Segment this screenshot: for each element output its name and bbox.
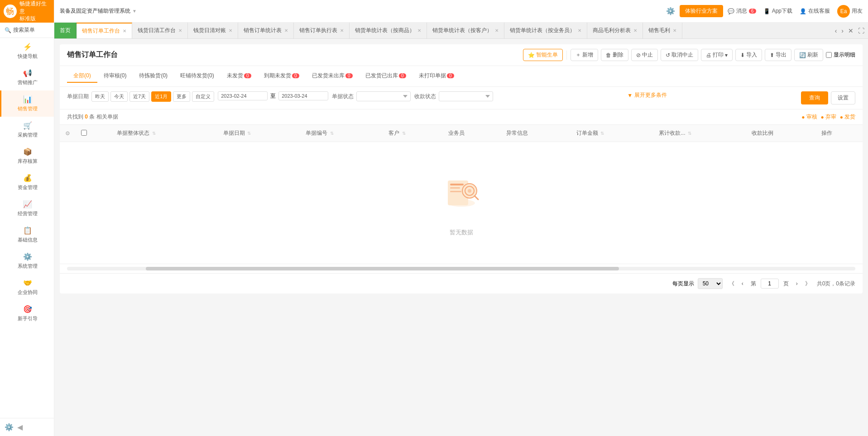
tab-cash-daily[interactable]: 钱货日清工作台 ✕ <box>132 23 188 39</box>
filter-tab-pending-review[interactable]: 待审核(0) <box>97 70 133 83</box>
th-amount[interactable]: 订单金额 ⇅ <box>571 125 654 142</box>
tab-sales-summary-product-close[interactable]: ✕ <box>417 28 421 33</box>
query-button[interactable]: 查询 <box>801 91 828 104</box>
date-today[interactable]: 今天 <box>110 91 128 102</box>
status-select[interactable] <box>356 91 411 101</box>
th-number[interactable]: 单据编号 ⇅ <box>300 125 383 142</box>
tab-sales-workbench-close[interactable]: ✕ <box>123 28 126 33</box>
detail-checkbox[interactable] <box>826 52 832 58</box>
sidebar-item-marketing[interactable]: 📢 营销推广 <box>0 64 54 90</box>
tab-sales-stats[interactable]: 销售订单统计表 ✕ <box>238 23 294 39</box>
system-selector[interactable]: 装备及固定资产辅助管理系统 ▼ <box>60 7 137 15</box>
sort-customer-icon[interactable]: ⇅ <box>402 131 406 136</box>
page-last[interactable]: 》 <box>802 279 813 289</box>
tab-scroll-left[interactable]: ‹ <box>833 26 839 35</box>
tab-home[interactable]: 首页 <box>54 23 77 39</box>
import-button[interactable]: ⬇ 导入 <box>735 49 762 61</box>
set-button[interactable]: 设置 <box>831 91 855 104</box>
filter-tab-overdue[interactable]: 到期未发货0 <box>258 70 306 83</box>
sidebar-item-quick-nav[interactable]: ⚡ 快捷导航 <box>0 38 54 64</box>
tab-sales-profit[interactable]: 销售毛利 ✕ <box>643 23 682 39</box>
industry-solution-button[interactable]: 体验行业方案 <box>680 5 723 17</box>
delete-button[interactable]: 🗑 删除 <box>601 49 628 61</box>
tab-gross-margin[interactable]: 商品毛利分析表 ✕ <box>587 23 643 39</box>
th-collected[interactable]: 累计收款... ⇅ <box>653 125 746 142</box>
tab-cash-reconcile[interactable]: 钱货日清对账 ✕ <box>188 23 238 39</box>
refresh-button[interactable]: 🔄 刷新 <box>794 49 823 61</box>
select-all-checkbox[interactable] <box>81 130 87 136</box>
sort-date-icon[interactable]: ⇅ <box>247 131 251 136</box>
th-settings[interactable]: ⚙ <box>60 125 76 142</box>
sidebar-item-purchase[interactable]: 🛒 采购管理 <box>0 117 54 143</box>
collapse-icon[interactable]: ◀ <box>17 423 23 431</box>
filter-tab-shipped-not-out[interactable]: 已发货未出库0 <box>306 70 359 83</box>
th-checkbox[interactable] <box>76 125 111 142</box>
cancel-stop-button[interactable]: ↺ 取消中止 <box>661 49 698 61</box>
sort-collected-icon[interactable]: ⇅ <box>688 131 691 136</box>
sidebar-item-basic[interactable]: 📋 基础信息 <box>0 222 54 248</box>
tab-sales-profit-close[interactable]: ✕ <box>673 28 676 33</box>
tab-sales-exec[interactable]: 销售订单执行表 ✕ <box>294 23 350 39</box>
date-yesterday[interactable]: 昨天 <box>91 91 109 102</box>
filter-tab-shipped-out[interactable]: 已发货已出库0 <box>359 70 412 83</box>
topbar-settings-icon[interactable]: ⚙️ <box>666 7 675 15</box>
tab-sales-summary-staff-close[interactable]: ✕ <box>578 28 581 33</box>
tab-sales-exec-close[interactable]: ✕ <box>340 28 344 33</box>
add-button[interactable]: ＋ 新增 <box>571 49 598 61</box>
filter-tab-wangpu[interactable]: 旺铺待发货(0) <box>174 70 221 83</box>
tab-fullscreen[interactable]: ⛶ <box>856 26 866 35</box>
export-button[interactable]: ⬆ 导出 <box>765 49 791 61</box>
tab-cash-daily-close[interactable]: ✕ <box>178 28 182 33</box>
smart-order-button[interactable]: ⭐ 智能生单 <box>523 49 563 61</box>
expand-conditions-button[interactable]: ▼ 展开更多条件 <box>627 91 667 99</box>
sidebar-item-sales[interactable]: 📊 销售管理 <box>0 90 54 117</box>
tab-sales-workbench[interactable]: 销售订单工作台 ✕ <box>77 23 132 39</box>
date-custom[interactable]: 自定义 <box>192 91 214 102</box>
sort-number-icon[interactable]: ⇅ <box>330 131 334 136</box>
date-from-input[interactable] <box>218 91 268 100</box>
sidebar-item-finance[interactable]: 💰 资金管理 <box>0 169 54 195</box>
filter-tab-pending-inspect[interactable]: 待拣验货(0) <box>133 70 174 83</box>
filter-tab-not-shipped[interactable]: 未发货0 <box>221 70 258 83</box>
sidebar-item-operations[interactable]: 📈 经营管理 <box>0 195 54 222</box>
date-to-input[interactable] <box>278 91 328 100</box>
review-action[interactable]: ● 审核 <box>801 113 817 121</box>
sidebar-item-system[interactable]: ⚙️ 系统管理 <box>0 248 54 274</box>
tab-sales-summary-product[interactable]: 销货单统计表（按商品） ✕ <box>350 23 427 39</box>
sidebar-item-inventory[interactable]: 📦 库存核算 <box>0 143 54 169</box>
user-menu[interactable]: Ea 用友 <box>837 5 863 18</box>
tab-scroll-right[interactable]: › <box>839 26 845 35</box>
void-action[interactable]: ● 弃审 <box>821 113 836 121</box>
message-button[interactable]: 💬 消息 6 <box>728 7 756 15</box>
tab-sales-summary-customer-close[interactable]: ✕ <box>495 28 499 33</box>
th-date[interactable]: 单据日期 ⇅ <box>218 125 301 142</box>
online-service-button[interactable]: 👤 在线客服 <box>800 7 830 15</box>
app-download-button[interactable]: 📱 App下载 <box>763 7 792 15</box>
sort-status-icon[interactable]: ⇅ <box>152 131 156 136</box>
table-settings-icon[interactable]: ⚙ <box>65 130 70 137</box>
stop-button[interactable]: ⊘ 中止 <box>631 49 658 61</box>
filter-tab-all[interactable]: 全部(0) <box>67 70 97 83</box>
sidebar-search-menu[interactable]: 🔍 搜索菜单 <box>0 23 54 38</box>
payment-select[interactable] <box>439 91 493 101</box>
print-button[interactable]: 🖨 打印 ▾ <box>701 49 733 61</box>
th-status[interactable]: 单据整体状态 ⇅ <box>111 125 217 142</box>
sort-amount-icon[interactable]: ⇅ <box>600 131 604 136</box>
sidebar-item-guide[interactable]: 🎯 新手引导 <box>0 300 54 327</box>
ship-action[interactable]: ● 发货 <box>840 113 855 121</box>
tab-close-all[interactable]: ✕ <box>846 26 855 35</box>
tab-sales-summary-customer[interactable]: 销货单统计表（按客户） ✕ <box>427 23 504 39</box>
page-prev[interactable]: ‹ <box>739 280 746 288</box>
th-customer[interactable]: 客户 ⇅ <box>383 125 442 142</box>
page-next[interactable]: › <box>793 280 801 288</box>
page-first[interactable]: 《 <box>726 279 737 289</box>
tab-sales-stats-close[interactable]: ✕ <box>284 28 288 33</box>
page-number-input[interactable] <box>761 279 779 289</box>
tab-sales-summary-staff[interactable]: 销货单统计表（按业务员） ✕ <box>504 23 587 39</box>
filter-tab-not-printed[interactable]: 未打印单据0 <box>412 70 460 83</box>
detail-checkbox-label[interactable]: 显示明细 <box>826 51 855 59</box>
date-more[interactable]: 更多 <box>173 91 190 102</box>
sidebar-item-enterprise[interactable]: 🤝 企业协同 <box>0 274 54 300</box>
horizontal-scroll-bar[interactable] <box>60 264 863 273</box>
tab-gross-margin-close[interactable]: ✕ <box>633 28 637 33</box>
